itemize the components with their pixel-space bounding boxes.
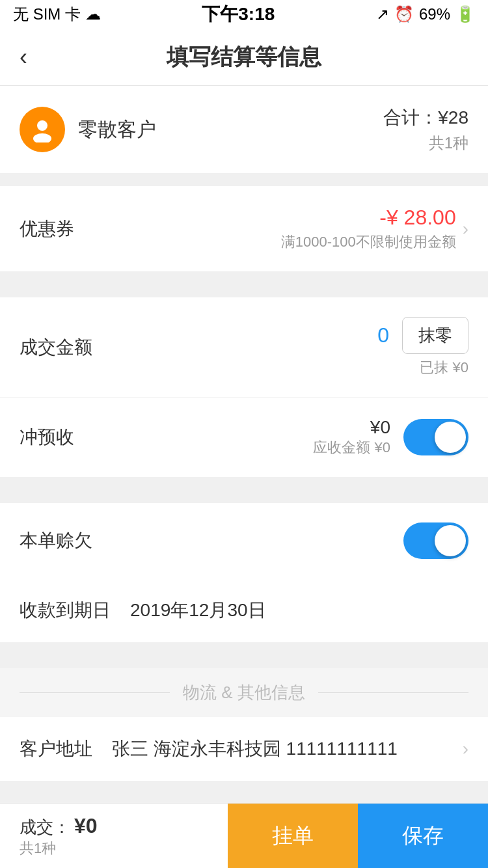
divider-3 [0,655,488,668]
bottom-bar: 成交： ¥0 共1种 挂单 保存 [0,803,488,868]
amount-section: 成交金额 0 抹零 已抹 ¥0 冲预收 ¥0 应收金额 ¥0 [0,297,488,477]
status-bar: 无 SIM 卡 ☁ 下午3:18 ↗ ⏰ 69% 🔋 [0,0,488,29]
customer-total: 合计：¥28 [383,105,468,130]
prepayment-subtext: 应收金额 ¥0 [313,438,390,457]
customer-section: 零散客户 合计：¥28 共1种 [0,86,488,173]
debt-toggle-knob [435,525,466,556]
debt-section: 本单赊欠 收款到期日 2019年12月30日 [0,503,488,642]
alarm-icon: ⏰ [394,5,414,23]
sim-wifi-text: 无 SIM 卡 ☁ [13,4,101,25]
address-label: 客户地址 [20,737,92,761]
bottom-amount: ¥0 [74,814,98,838]
coupon-label: 优惠券 [20,217,74,241]
back-button[interactable]: ‹ [20,44,27,71]
debt-label: 本单赊欠 [20,528,92,553]
coupon-section: 优惠券 -¥ 28.00 满1000-100不限制使用金额 › [0,186,488,271]
prepayment-toggle[interactable] [403,419,468,455]
bottom-left: 成交： ¥0 共1种 [0,814,228,858]
coupon-right-text: -¥ 28.00 满1000-100不限制使用金额 [281,206,456,252]
address-chevron-icon: › [463,739,468,759]
logistics-line-right [318,692,468,693]
bottom-deal-label: 成交： [20,816,70,839]
deal-amount-value: 0 [377,323,389,347]
coupon-right: -¥ 28.00 满1000-100不限制使用金额 › [281,206,468,252]
divider-2 [0,490,488,503]
coupon-discount: -¥ 28.00 [281,206,456,230]
logistics-divider: 物流 & 其他信息 [0,668,488,717]
status-time: 下午3:18 [202,2,275,27]
debt-row: 本单赊欠 [0,503,488,578]
svg-point-0 [37,120,47,131]
person-icon [29,116,55,142]
prepayment-label: 冲预收 [20,425,74,450]
due-date-label: 收款到期日 [20,598,111,623]
status-right: ↗ ⏰ 69% 🔋 [376,5,475,23]
round-button[interactable]: 抹零 [402,317,468,354]
coupon-desc: 满1000-100不限制使用金额 [281,232,456,252]
debt-toggle[interactable] [403,522,468,559]
bottom-count: 共1种 [20,839,208,858]
svg-point-1 [33,133,51,142]
customer-left: 零散客户 [20,107,156,152]
battery-text: 69% [419,5,450,23]
deal-amount-subtext: 已抹 ¥0 [420,358,468,377]
address-value: 张三 海淀永丰科技园 11111111111 [112,737,463,761]
due-date-value: 2019年12月30日 [130,598,266,623]
battery-icon: 🔋 [455,5,475,23]
status-left: 无 SIM 卡 ☁ [13,4,101,25]
prepayment-value: ¥0 [313,417,390,438]
address-section: 客户地址 张三 海淀永丰科技园 11111111111 › [0,717,488,781]
due-date-row: 收款到期日 2019年12月30日 [0,578,488,642]
customer-right: 合计：¥28 共1种 [383,105,468,154]
toggle-knob [435,422,466,453]
deal-amount-label: 成交金额 [20,335,92,360]
customer-name: 零散客户 [78,116,156,143]
page-title: 填写结算等信息 [167,42,321,72]
avatar [20,107,65,152]
nav-bar: ‹ 填写结算等信息 [0,29,488,86]
chevron-right-icon: › [463,219,468,239]
coupon-row[interactable]: 优惠券 -¥ 28.00 满1000-100不限制使用金额 › [0,186,488,271]
prepayment-row: 冲预收 ¥0 应收金额 ¥0 [0,398,488,477]
prepayment-right: ¥0 应收金额 ¥0 [313,417,468,457]
logistics-label: 物流 & 其他信息 [183,681,305,704]
location-icon: ↗ [376,5,389,23]
customer-count: 共1种 [383,133,468,154]
hold-button[interactable]: 挂单 [228,804,358,869]
divider-1 [0,284,488,297]
deal-amount-right: 0 抹零 [377,317,468,354]
logistics-line-left [20,692,170,693]
deal-amount-row: 成交金额 0 抹零 已抹 ¥0 [0,297,488,398]
save-button[interactable]: 保存 [358,804,488,869]
address-row[interactable]: 客户地址 张三 海淀永丰科技园 11111111111 › [0,717,488,781]
customer-row: 零散客户 合计：¥28 共1种 [0,86,488,173]
